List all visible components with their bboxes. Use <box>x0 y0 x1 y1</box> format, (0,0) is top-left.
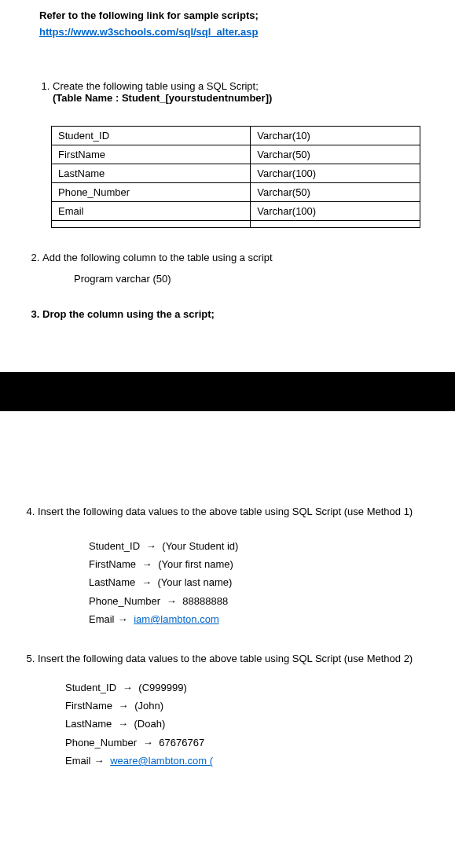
mapping-value: (Your first name) <box>158 558 233 570</box>
cell-type: Varchar(10) <box>251 126 420 145</box>
cell-field: LastName <box>52 164 251 182</box>
q1-tablename-var: yourstudentnumber <box>169 92 266 104</box>
arrow-icon: → <box>119 697 129 715</box>
mapping-field: Phone_Number <box>89 595 160 607</box>
mapping-field: LastName <box>65 718 112 730</box>
mapping-field: Student_ID <box>89 540 140 552</box>
table-row: Phone_NumberVarchar(50) <box>52 182 420 201</box>
mapping-row: Phone_Number → 88888888 <box>89 592 431 610</box>
table-row <box>52 220 420 227</box>
page-divider <box>0 372 455 411</box>
table-row: Student_IDVarchar(10) <box>52 126 420 145</box>
q5-text: Insert the following data values to the … <box>38 653 413 664</box>
question-3: Drop the column using the a script; <box>42 308 420 320</box>
mapping-field: FirstName <box>65 700 112 712</box>
q2-detail: Program varchar (50) <box>74 273 420 285</box>
page-section-top: Refer to the following link for sample s… <box>0 0 455 340</box>
mapping-field: LastName <box>89 576 135 588</box>
page-section-bottom: Insert the following data values to the … <box>0 490 455 810</box>
mapping-value: 67676767 <box>159 737 204 748</box>
intro-line1: Refer to the following link for sample s… <box>39 9 259 21</box>
cell-field: Phone_Number <box>52 182 251 201</box>
mapping-value: 88888888 <box>182 595 228 607</box>
mapping-value: (Doah) <box>134 718 166 730</box>
mapping-field: Email <box>65 755 91 767</box>
q1-text: Create the following table using a SQL S… <box>53 80 259 92</box>
arrow-icon: → <box>141 573 152 591</box>
cell-type: Varchar(100) <box>251 201 420 220</box>
table-row: LastNameVarchar(100) <box>52 164 420 182</box>
arrow-icon: → <box>118 610 128 628</box>
mapping-row: FirstName → (John) <box>65 697 431 715</box>
arrow-icon: → <box>123 679 133 697</box>
table-row: FirstNameVarchar(50) <box>52 145 420 164</box>
question-2: Add the following column to the table us… <box>42 252 420 285</box>
mapping-row: Email→ weare@lambton.com ( <box>65 752 431 770</box>
mapping-value: (Your last name) <box>158 576 233 588</box>
schema-table: Student_IDVarchar(10) FirstNameVarchar(5… <box>51 126 420 228</box>
email-link[interactable]: weare@lambton.com ( <box>110 755 213 767</box>
mapping-field: Student_ID <box>65 682 116 693</box>
mapping-row: FirstName → (Your first name) <box>89 555 431 573</box>
intro-link[interactable]: https://www.w3schools.com/sql/sql_alter.… <box>39 26 258 38</box>
mapping-row: Student_ID → (Your Student id) <box>89 537 431 555</box>
arrow-icon: → <box>167 592 177 610</box>
cell-field: FirstName <box>52 145 251 164</box>
question-4: Insert the following data values to the … <box>38 506 431 629</box>
q2-text: Add the following column to the table us… <box>42 252 273 263</box>
mapping-row: Phone_Number → 67676767 <box>65 734 431 752</box>
arrow-icon: → <box>118 715 128 733</box>
cell-type: Varchar(100) <box>251 164 420 182</box>
q1-tablename-suffix: ]) <box>266 92 273 104</box>
q1-tablename-prefix: (Table Name : Student_[ <box>53 92 169 104</box>
mapping-value: (C999999) <box>138 682 186 693</box>
arrow-icon: → <box>143 734 153 752</box>
mapping-value: (John) <box>134 700 163 712</box>
q5-mappings: Student_ID → (C999999) FirstName → (John… <box>65 679 431 771</box>
schema-table-container: Student_IDVarchar(10) FirstNameVarchar(5… <box>51 126 420 228</box>
q3-text: Drop the column using the a script; <box>42 308 215 320</box>
email-link[interactable]: iam@lambton.com <box>134 613 219 625</box>
mapping-row: LastName → (Doah) <box>65 715 431 733</box>
mapping-row: Student_ID → (C999999) <box>65 679 431 697</box>
arrow-icon: → <box>94 752 105 770</box>
mapping-value: (Your Student id) <box>162 540 238 552</box>
mapping-field: Email <box>89 613 115 625</box>
cell-type: Varchar(50) <box>251 182 420 201</box>
intro-text: Refer to the following link for sample s… <box>39 8 420 41</box>
q4-text: Insert the following data values to the … <box>38 506 413 517</box>
question-1: Create the following table using a SQL S… <box>53 80 420 104</box>
cell-field <box>52 220 251 227</box>
cell-field: Email <box>52 201 251 220</box>
mapping-row: LastName → (Your last name) <box>89 573 431 591</box>
table-row: EmailVarchar(100) <box>52 201 420 220</box>
cell-type <box>251 220 420 227</box>
question-5: Insert the following data values to the … <box>38 653 431 771</box>
mapping-row: Email→ iam@lambton.com <box>89 610 431 628</box>
cell-field: Student_ID <box>52 126 251 145</box>
q4-mappings: Student_ID → (Your Student id) FirstName… <box>89 537 431 629</box>
mapping-field: Phone_Number <box>65 737 137 748</box>
mapping-field: FirstName <box>89 558 136 570</box>
cell-type: Varchar(50) <box>251 145 420 164</box>
arrow-icon: → <box>146 537 156 555</box>
arrow-icon: → <box>142 555 152 573</box>
